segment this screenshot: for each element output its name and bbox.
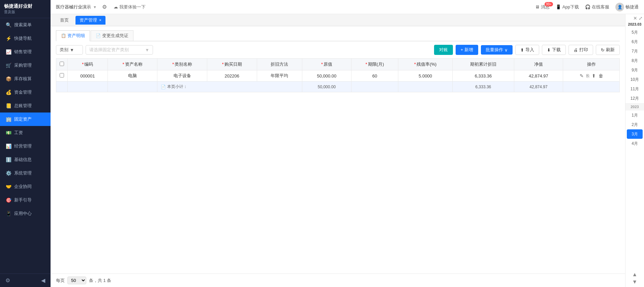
panel-close-icon[interactable]: ✕	[633, 15, 637, 21]
quick-nav-icon: ⚡	[5, 36, 11, 41]
sidebar-item-app-center[interactable]: 📱 应用中心	[0, 207, 51, 220]
delete-icon[interactable]: 🗑	[599, 73, 603, 78]
td-checkbox	[56, 70, 68, 82]
sidebar-item-label: 总账管理	[14, 103, 32, 109]
th-checkbox	[56, 59, 68, 70]
app-logo: 畅捷通好业财 普及版	[0, 0, 51, 18]
refresh-button[interactable]: ↻ 刷新	[596, 45, 620, 55]
topbar-right: 🖥 消息 99+ 📱 App下载 🎧 在线客服 👤 畅捷通	[535, 3, 639, 11]
th-accumulated-depreciation: 期初累计折旧	[453, 59, 514, 70]
sub-tabs: 📋 资产明细 📄 变更生成凭证	[56, 30, 620, 41]
user-area[interactable]: 👤 畅捷通	[615, 3, 639, 11]
sidebar: 畅捷通好业财 普及版 🔍 搜索菜单 ⚡ 快捷导航 📈 销售管理 🛒 采购管理 📦…	[0, 0, 51, 287]
sidebar-item-system[interactable]: ⚙️ 系统管理	[0, 166, 51, 180]
tab-asset-management[interactable]: 资产管理 ×	[75, 16, 105, 25]
subtotal-accumulated: 6,333.36	[453, 82, 514, 92]
calendar-month-7[interactable]: 7月	[625, 46, 644, 56]
topbar: 医疗器械行业演示 ▼ ⚙ ☁ 我要体验一下 🖥 消息 99+ 📱 App下载 🎧…	[51, 0, 644, 14]
category-input[interactable]: 请选择固定资产类别 ▼	[86, 45, 153, 55]
panel-expand-icon[interactable]: ⤢	[639, 15, 643, 21]
online-service-button[interactable]: 🎧 在线客服	[585, 4, 609, 10]
calendar-month-6[interactable]: 6月	[625, 37, 644, 46]
share-icon[interactable]: ⬆	[592, 73, 596, 78]
new-button[interactable]: + 新增	[456, 45, 478, 55]
panel-up-icon[interactable]: ▲	[632, 272, 638, 278]
system-icon: ⚙️	[5, 170, 11, 176]
message-button[interactable]: 🖥 消息 99+	[535, 4, 550, 10]
sidebar-item-basic-info[interactable]: ℹ️ 基础信息	[0, 153, 51, 166]
sidebar-item-label: 搜索菜单	[14, 22, 32, 28]
copy-icon[interactable]: ⎘	[586, 73, 589, 78]
sidebar-item-fixed-assets[interactable]: 🏢 固定资产	[0, 113, 51, 126]
main-wrapper: 医疗器械行业演示 ▼ ⚙ ☁ 我要体验一下 🖥 消息 99+ 📱 App下载 🎧…	[51, 0, 644, 287]
import-button[interactable]: ⬆ 导入	[515, 45, 539, 55]
sidebar-item-payroll[interactable]: 💵 工资	[0, 126, 51, 139]
download-button[interactable]: ⬇ 下载	[542, 45, 566, 55]
sidebar-item-operations[interactable]: 📊 经营管理	[0, 139, 51, 153]
page-size-select[interactable]: 50 10 20 100	[67, 277, 86, 284]
td-original-value: 50,000.00	[302, 70, 351, 82]
sub-tab-voucher[interactable]: 📄 变更生成凭证	[91, 30, 133, 41]
calendar-month-11[interactable]: 11月	[625, 84, 644, 94]
app-title: 畅捷通好业财	[4, 3, 47, 9]
td-period: 60	[351, 70, 398, 82]
subtotal-original-value: 50,000.00	[302, 82, 351, 92]
batch-button[interactable]: 批量操作 ∨	[481, 45, 513, 55]
subtotal-label-text: 本页小计：	[167, 84, 187, 90]
sidebar-item-inventory[interactable]: 📦 库存核算	[0, 72, 51, 86]
settings-gear-icon[interactable]: ⚙	[102, 4, 107, 10]
select-all-checkbox[interactable]	[60, 62, 64, 66]
settings-icon[interactable]: ⚙	[5, 277, 10, 284]
sidebar-item-cooperation[interactable]: 🤝 企业协同	[0, 180, 51, 193]
app-download-label: App下载	[562, 4, 579, 10]
sidebar-item-purchase[interactable]: 🛒 采购管理	[0, 59, 51, 72]
app-download-button[interactable]: 📱 App下载	[556, 4, 579, 10]
sidebar-nav: 🔍 搜索菜单 ⚡ 快捷导航 📈 销售管理 🛒 采购管理 📦 库存核算 💰 资金管…	[0, 18, 51, 274]
calendar-month-10[interactable]: 10月	[625, 75, 644, 84]
calendar-month-4[interactable]: 4月	[625, 139, 644, 148]
row-checkbox[interactable]	[60, 73, 64, 77]
service-icon: 🎧	[585, 4, 590, 9]
tab-home[interactable]: 首页	[56, 16, 73, 25]
panel-bottom: ▲ ▼	[632, 269, 638, 287]
toolbar-right: 对账 + 新增 批量操作 ∨ ⬆ 导入 ⬇ 下载	[434, 45, 620, 55]
sidebar-item-sales[interactable]: 📈 销售管理	[0, 45, 51, 59]
sidebar-item-label: 工资	[14, 130, 23, 136]
calendar-month-9[interactable]: 9月	[625, 65, 644, 75]
refresh-icon: ↻	[601, 47, 605, 53]
calendar-month-5[interactable]: 5月	[625, 28, 644, 37]
tab-close-icon[interactable]: ×	[99, 18, 101, 23]
sub-tab-asset-detail[interactable]: 📋 资产明细	[56, 30, 90, 41]
calendar-month-3[interactable]: 3月	[627, 129, 643, 139]
th-residual-rate: *残值率(%)	[398, 59, 453, 70]
calendar-scroll: 5月 6月 7月 8月 9月 10月 11月 12月 2023 1月 2月 3月…	[625, 28, 644, 269]
th-period: *期限(月)	[351, 59, 398, 70]
experience-area: ☁ 我要体验一下	[114, 4, 146, 10]
company-name: 医疗器械行业演示	[56, 4, 91, 10]
experience-label[interactable]: 我要体验一下	[119, 4, 146, 10]
sidebar-bottom: ⚙ ◀	[0, 274, 51, 287]
purchase-icon: 🛒	[5, 63, 11, 68]
total-label: 条，共 1 条	[89, 278, 111, 284]
subtotal-empty-3	[108, 82, 157, 92]
sidebar-item-ledger[interactable]: 📒 总账管理	[0, 99, 51, 113]
company-selector[interactable]: 医疗器械行业演示 ▼	[56, 4, 97, 10]
sidebar-item-capital[interactable]: 💰 资金管理	[0, 86, 51, 99]
category-filter[interactable]: 类别 ▼	[56, 45, 83, 55]
reconcile-button[interactable]: 对账	[434, 45, 453, 55]
subtotal-empty-2	[68, 82, 108, 92]
calendar-month-1[interactable]: 1月	[625, 110, 644, 120]
edit-icon[interactable]: ✎	[580, 73, 584, 78]
sidebar-item-guide[interactable]: 🎯 新手引导	[0, 193, 51, 207]
print-button[interactable]: 🖨 打印	[569, 45, 593, 55]
subtotal-empty-residual	[398, 82, 453, 92]
sidebar-item-quick-nav[interactable]: ⚡ 快捷导航	[0, 32, 51, 45]
calendar-month-2[interactable]: 2月	[625, 120, 644, 129]
calendar-month-12[interactable]: 12月	[625, 94, 644, 103]
sidebar-item-label: 经营管理	[14, 143, 32, 149]
sidebar-item-search[interactable]: 🔍 搜索菜单	[0, 18, 51, 32]
subtotal-empty-1	[56, 82, 68, 92]
calendar-month-8[interactable]: 8月	[625, 56, 644, 65]
panel-down-icon[interactable]: ▼	[632, 279, 638, 285]
collapse-icon[interactable]: ◀	[41, 277, 45, 284]
